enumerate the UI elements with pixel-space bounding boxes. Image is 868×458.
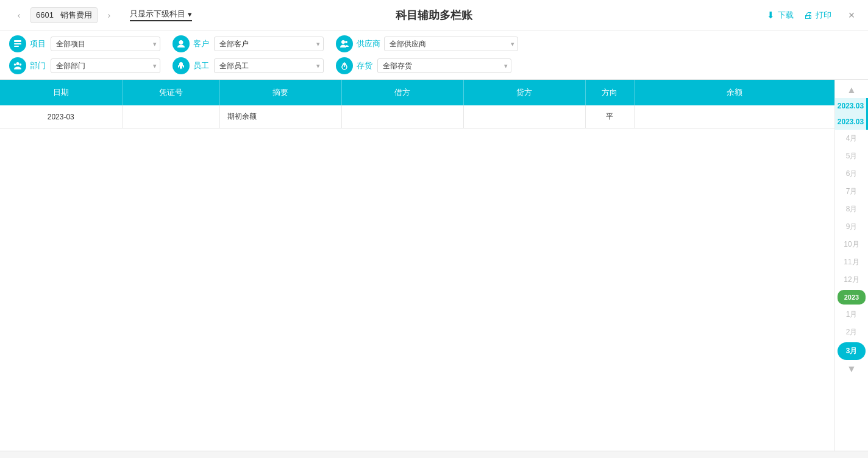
- account-name: 销售费用: [60, 10, 92, 19]
- col-balance: 余额: [634, 80, 834, 105]
- sidebar-month-7[interactable]: 7月: [835, 183, 868, 200]
- col-debit: 借方: [341, 80, 463, 105]
- sidebar-scroll-up[interactable]: ▲: [835, 82, 868, 98]
- cell-direction: 平: [585, 105, 634, 129]
- filter-row-2: 部门 全部部门 员工: [9, 57, 859, 74]
- cell-voucher: [122, 105, 219, 129]
- right-sidebar: ▲ 2023.03 2023.03 4月 5月 6月 7月 8月: [834, 80, 868, 451]
- next-account-btn[interactable]: ›: [102, 9, 116, 22]
- page-title: 科目辅助多栏账: [396, 8, 472, 23]
- supplier-icon: [336, 35, 353, 52]
- sidebar-month-2023-03-second[interactable]: 2023.03: [835, 114, 868, 130]
- svg-point-5: [16, 62, 20, 65]
- sidebar-month-1[interactable]: 1月: [835, 306, 868, 323]
- title-bar: ‹ 6601 销售费用 › 只显示下级科目 ▾ 科目辅助多栏账 ⬇ 下载 🖨 打…: [0, 0, 868, 30]
- supplier-select[interactable]: 全部供应商: [384, 37, 518, 51]
- svg-rect-0: [14, 40, 21, 42]
- employee-icon: [173, 57, 190, 74]
- col-summary: 摘要: [219, 80, 341, 105]
- inventory-label: 存货: [357, 60, 374, 71]
- col-date: 日期: [0, 80, 122, 105]
- sidebar-year-2023[interactable]: 2023: [838, 290, 866, 305]
- filter-bar: 项目 全部项目 客户 全部客户: [0, 30, 868, 80]
- account-display: 6601 销售费用: [30, 7, 98, 23]
- cell-debit: [341, 105, 463, 129]
- filter-group-customer: 客户 全部客户: [173, 35, 324, 52]
- cell-date: 2023-03: [0, 105, 122, 129]
- project-label: 项目: [30, 38, 47, 49]
- sidebar-month-2023-03-first[interactable]: 2023.03: [835, 98, 868, 114]
- account-code: 6601: [36, 10, 54, 19]
- sidebar-scroll-down[interactable]: ▼: [835, 361, 868, 377]
- table-row: 2023-03 期初余额 平: [0, 105, 834, 129]
- project-select-wrap: 全部项目: [51, 37, 160, 51]
- filter-row-1: 项目 全部项目 客户 全部客户: [9, 35, 859, 52]
- project-select[interactable]: 全部项目: [51, 37, 160, 51]
- col-credit: 贷方: [463, 80, 585, 105]
- sidebar-month-9[interactable]: 9月: [835, 218, 868, 236]
- sidebar-month-10[interactable]: 10月: [835, 236, 868, 253]
- filter-group-supplier: 供应商 全部供应商: [336, 35, 518, 52]
- inventory-icon: [336, 57, 353, 74]
- customer-select-wrap: 全部客户: [214, 37, 324, 51]
- employee-select-wrap: 全部员工: [214, 58, 324, 73]
- customer-label: 客户: [193, 38, 210, 49]
- filter-group-project: 项目 全部项目: [9, 35, 160, 52]
- data-table: 日期 凭证号 摘要 借方 贷方 方向 余额 2023-03 期初余额: [0, 80, 834, 129]
- svg-point-6: [14, 63, 16, 66]
- cell-credit: [463, 105, 585, 129]
- filter-group-inventory: 存货 全部存货: [336, 57, 511, 74]
- employee-select[interactable]: 全部员工: [214, 58, 324, 73]
- filter-label: 只显示下级科目: [130, 9, 185, 19]
- inventory-select-wrap: 全部存货: [377, 58, 511, 73]
- main-window: ‹ 6601 销售费用 › 只显示下级科目 ▾ 科目辅助多栏账 ⬇ 下载 🖨 打…: [0, 0, 868, 458]
- svg-rect-10: [183, 65, 184, 68]
- svg-point-3: [341, 40, 345, 44]
- dept-select[interactable]: 全部部门: [51, 58, 160, 73]
- employee-label: 员工: [193, 60, 210, 71]
- sidebar-month-11[interactable]: 11月: [835, 253, 868, 271]
- download-label: 下载: [778, 10, 794, 21]
- svg-rect-9: [178, 65, 179, 68]
- svg-point-7: [20, 63, 22, 66]
- customer-icon: [173, 35, 190, 52]
- prev-account-btn[interactable]: ‹: [12, 9, 26, 22]
- inventory-select[interactable]: 全部存货: [377, 58, 511, 73]
- print-btn[interactable]: 🖨 打印: [803, 10, 831, 21]
- sidebar-month-2[interactable]: 2月: [835, 323, 868, 341]
- supplier-select-wrap: 全部供应商: [384, 37, 518, 51]
- title-actions: ⬇ 下载 🖨 打印: [767, 10, 831, 21]
- sidebar-month-8[interactable]: 8月: [835, 200, 868, 218]
- download-icon: ⬇: [767, 10, 775, 21]
- table-area: 日期 凭证号 摘要 借方 贷方 方向 余额 2023-03 期初余额: [0, 80, 834, 451]
- filter-group-employee: 员工 全部员工: [173, 57, 324, 74]
- col-direction: 方向: [585, 80, 634, 105]
- svg-point-4: [345, 41, 347, 43]
- col-voucher: 凭证号: [122, 80, 219, 105]
- cell-summary: 期初余额: [219, 105, 341, 129]
- sidebar-month-4[interactable]: 4月: [835, 130, 868, 147]
- close-btn[interactable]: ×: [844, 8, 859, 23]
- chevron-down-icon: ▾: [188, 10, 192, 19]
- dept-icon: [9, 57, 26, 74]
- sidebar-month-12[interactable]: 12月: [835, 271, 868, 289]
- title-left: ‹ 6601 销售费用 › 只显示下级科目 ▾: [12, 7, 192, 23]
- table-header-row: 日期 凭证号 摘要 借方 贷方 方向 余额: [0, 80, 834, 105]
- sidebar-month-3-selected[interactable]: 3月: [838, 342, 866, 360]
- supplier-label: 供应商: [357, 38, 380, 49]
- customer-select[interactable]: 全部客户: [214, 37, 324, 51]
- main-content: 日期 凭证号 摘要 借方 贷方 方向 余额 2023-03 期初余额: [0, 80, 868, 451]
- bottom-scrollbar[interactable]: [0, 451, 868, 458]
- filter-group-dept: 部门 全部部门: [9, 57, 160, 74]
- sidebar-month-6[interactable]: 6月: [835, 165, 868, 183]
- print-label: 打印: [816, 10, 831, 21]
- svg-rect-2: [14, 46, 19, 47]
- sidebar-month-5[interactable]: 5月: [835, 147, 868, 165]
- cell-balance: [634, 105, 834, 129]
- svg-rect-1: [14, 43, 21, 44]
- dept-select-wrap: 全部部门: [51, 58, 160, 73]
- project-icon: [9, 35, 26, 52]
- filter-toggle[interactable]: 只显示下级科目 ▾: [130, 9, 192, 21]
- dept-label: 部门: [30, 60, 47, 71]
- download-btn[interactable]: ⬇ 下载: [767, 10, 794, 21]
